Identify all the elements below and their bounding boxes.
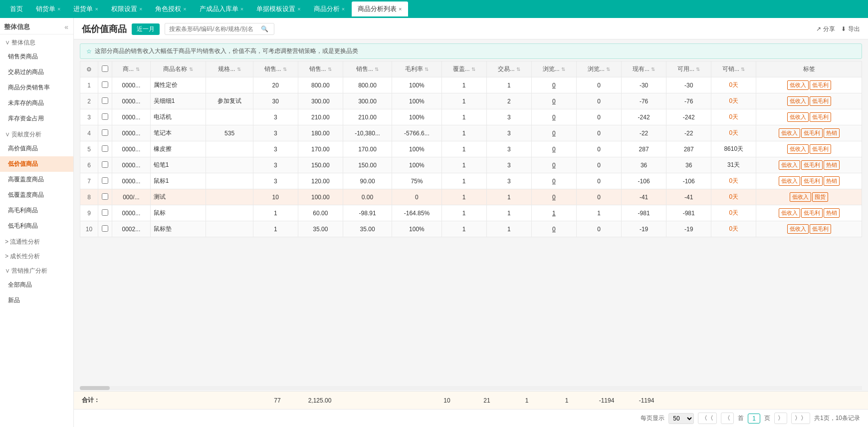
scrollbar-thumb[interactable] [80, 386, 110, 390]
sidebar-item-all-products[interactable]: 全部商品 [0, 277, 73, 293]
close-icon[interactable]: × [342, 6, 345, 12]
th-margin: 毛利率 ⇅ [392, 61, 441, 77]
nav-permissions[interactable]: 权限设置 × [105, 1, 148, 16]
first-page-button[interactable]: 〈〈 [698, 413, 717, 424]
row-avail: -106 [666, 173, 711, 189]
row-browse1[interactable]: 0 [531, 173, 576, 189]
row-name: 测试 [150, 189, 206, 205]
sidebar-group-marketing: ∨ 营销推广分析 [0, 263, 73, 277]
row-margin: 100% [392, 221, 441, 237]
row-saleable: 0天 [711, 173, 756, 189]
close-icon[interactable]: × [183, 6, 186, 12]
header-right: ↗ 分享 ⬇ 导出 [816, 25, 860, 33]
row-browse1[interactable]: 0 [531, 93, 576, 109]
row-num: 8 [80, 189, 98, 205]
nav-sales-order[interactable]: 销货单 × [30, 1, 66, 16]
close-icon[interactable]: × [297, 6, 300, 12]
nav-product-analysis-list[interactable]: 商品分析列表 × [352, 1, 408, 16]
row-browse1[interactable]: 1 [531, 205, 576, 221]
nav-purchase-order[interactable]: 进货单 × [67, 1, 104, 16]
row-sale3: 300.00 [343, 93, 392, 109]
row-checkbox[interactable] [102, 145, 108, 152]
sidebar-item-high-value[interactable]: 高价值商品 [0, 141, 73, 156]
row-code: 0000... [112, 125, 151, 141]
footer-values: 77 2,125.00 10 21 1 1 -1194 -1194 [106, 397, 860, 404]
nav-role-auth[interactable]: 角色授权 × [149, 1, 192, 16]
tag-badge: 低毛利 [810, 112, 831, 122]
sidebar-item-traded-products[interactable]: 交易过的商品 [0, 64, 73, 80]
sidebar-item-category-sales-rate[interactable]: 商品分类销售率 [0, 80, 73, 95]
row-checkbox[interactable] [102, 209, 108, 216]
sidebar-item-sales-products[interactable]: 销售类商品 [0, 49, 73, 64]
row-sale3: -10,380... [343, 125, 392, 141]
row-checkbox[interactable] [102, 161, 108, 168]
nav-product-storage[interactable]: 产成品入库单 × [194, 1, 249, 16]
row-browse1[interactable]: 0 [531, 189, 576, 205]
row-browse1[interactable]: 0 [531, 125, 576, 141]
row-cover: 1 [441, 221, 486, 237]
row-code: 0002... [112, 221, 151, 237]
sidebar-item-new-products[interactable]: 新品 [0, 293, 73, 308]
row-saleable: 0天 [711, 109, 756, 125]
share-icon: ↗ [816, 25, 821, 32]
sidebar-item-unstocked[interactable]: 未库存的商品 [0, 95, 73, 111]
sidebar-item-high-coverage[interactable]: 高覆盖度商品 [0, 172, 73, 187]
footer-label: 合计： [82, 396, 100, 405]
row-num: 2 [80, 93, 98, 109]
row-sale2: 35.00 [298, 221, 343, 237]
close-icon[interactable]: × [139, 6, 142, 12]
row-browse1[interactable]: 0 [531, 221, 576, 237]
row-sale2: 100.00 [298, 189, 343, 205]
close-icon[interactable]: × [57, 6, 60, 12]
row-checkbox[interactable] [102, 225, 108, 232]
nav-template-settings[interactable]: 单据模板设置 × [250, 1, 306, 16]
close-icon[interactable]: × [240, 6, 243, 12]
row-checkbox-cell [98, 221, 112, 237]
horizontal-scrollbar[interactable] [80, 386, 862, 390]
sidebar-item-high-profit[interactable]: 高毛利商品 [0, 203, 73, 218]
search-icon[interactable]: 🔍 [261, 25, 268, 32]
close-icon[interactable]: × [95, 6, 98, 12]
row-name: 属性定价 [150, 77, 206, 93]
sidebar-item-low-value[interactable]: 低价值商品 [0, 156, 73, 172]
row-browse1[interactable]: 0 [531, 141, 576, 157]
row-checkbox[interactable] [102, 177, 108, 184]
next-page-button[interactable]: 〉 [774, 413, 787, 424]
th-settings[interactable]: ⚙ [80, 61, 98, 77]
per-page-select[interactable]: 50 100 200 [668, 413, 694, 424]
export-button[interactable]: ⬇ 导出 [841, 25, 860, 33]
row-tags: 低收入低毛利热销 [756, 157, 862, 173]
last-page-button[interactable]: 〉〉 [791, 413, 810, 424]
settings-icon[interactable]: ⚙ [86, 66, 92, 73]
close-icon[interactable]: × [399, 6, 402, 12]
table-header-row: ⚙ 商... ⇅ 商品名称 ⇅ 规格... ⇅ 销售... ⇅ 销售... ⇅ … [80, 61, 862, 77]
select-all-checkbox[interactable] [102, 65, 108, 72]
row-saleable: 0天 [711, 189, 756, 205]
prev-page-button[interactable]: 〈 [721, 413, 734, 424]
row-checkbox[interactable] [102, 193, 108, 200]
nav-product-analysis[interactable]: 商品分析 × [308, 1, 351, 16]
sidebar-collapse-btn[interactable]: « [62, 22, 70, 32]
tag-badge: 低毛利 [801, 128, 823, 138]
row-checkbox[interactable] [102, 129, 108, 136]
row-browse1[interactable]: 0 [531, 109, 576, 125]
row-checkbox[interactable] [102, 113, 108, 120]
share-button[interactable]: ↗ 分享 [816, 25, 835, 33]
row-current: -19 [622, 221, 666, 237]
row-checkbox[interactable] [102, 97, 108, 104]
sidebar-item-low-profit[interactable]: 低毛利商品 [0, 218, 73, 234]
row-browse2: 0 [576, 189, 621, 205]
row-spec [206, 205, 253, 221]
sidebar-group-growth[interactable]: > 成长性分析 [0, 248, 73, 263]
row-avail: -981 [666, 205, 711, 221]
row-browse1[interactable]: 0 [531, 77, 576, 93]
sidebar-item-inventory-capital[interactable]: 库存资金占用 [0, 111, 73, 126]
nav-home[interactable]: 首页 [4, 1, 29, 16]
row-checkbox[interactable] [102, 81, 108, 88]
search-input[interactable] [169, 25, 259, 32]
sidebar-group-liquidity[interactable]: > 流通性分析 [0, 234, 73, 248]
near-month-button[interactable]: 近一月 [132, 23, 160, 35]
sidebar-item-low-coverage[interactable]: 低覆盖度商品 [0, 187, 73, 203]
row-browse1[interactable]: 0 [531, 157, 576, 173]
row-margin: 75% [392, 173, 441, 189]
